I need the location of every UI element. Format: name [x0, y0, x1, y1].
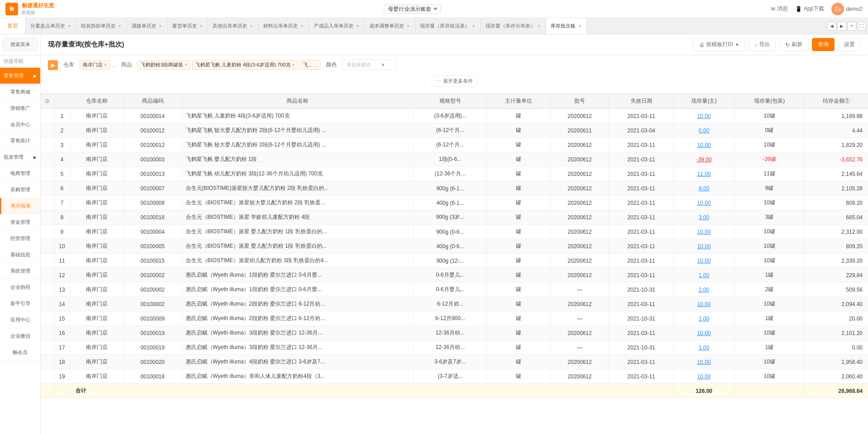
row-qty-main-cell[interactable]: 10.00	[674, 355, 734, 369]
row-settings-cell	[41, 283, 54, 297]
tab-3-close[interactable]: ×	[158, 24, 163, 28]
row-qty-main-cell[interactable]: 1.00	[674, 311, 734, 326]
tab-5-close[interactable]: ×	[249, 24, 254, 28]
sidebar-item-collab[interactable]: 企业协同	[0, 279, 40, 296]
expand-conditions-btn[interactable]: ⋯ 展开更多条件	[431, 75, 478, 87]
template-print-btn[interactable]: 🖨 按模板打印 ▼	[693, 38, 745, 51]
product-tag-1-close[interactable]: ×	[184, 62, 187, 67]
user-area[interactable]: Ea demo2	[831, 3, 863, 15]
row-unit-cell: 罐	[487, 196, 551, 210]
row-index-cell: 19	[54, 369, 70, 384]
product-tag-2-close[interactable]: ×	[292, 62, 295, 67]
tab-3[interactable]: 调拨单历史 ×	[127, 18, 168, 34]
row-qty-main-cell[interactable]: 10.00	[674, 369, 734, 384]
tab-4[interactable]: 要货单历史 ×	[168, 18, 208, 34]
sidebar-item-ecommerce[interactable]: 电商管理	[0, 165, 40, 182]
refresh-btn[interactable]: ↻ 刷新	[779, 38, 808, 51]
col-unit: 主计量单位	[487, 94, 551, 109]
row-qty-main-cell[interactable]: 10.00	[674, 254, 734, 268]
row-qty-main-cell[interactable]: 10.00	[674, 138, 734, 152]
tab-1-close[interactable]: ×	[67, 24, 71, 28]
row-name-cell: 飞鹤星飞帆 较大婴儿配方奶粉 2段(6-12个月婴幼儿适用) ...	[182, 123, 414, 138]
row-qty-main-cell[interactable]: 10.00	[674, 239, 734, 254]
row-qty-main-cell[interactable]: -39.00	[674, 152, 734, 167]
tab-close-all-btn[interactable]: ×	[847, 22, 856, 31]
row-qty-main-cell[interactable]: 1.00	[674, 340, 734, 355]
tab-10-close[interactable]: ×	[537, 24, 542, 28]
row-qty-main-cell[interactable]: 10.00	[674, 297, 734, 311]
row-qty-main-cell[interactable]: 10.00	[674, 225, 734, 239]
sidebar-item-retail-mall[interactable]: 零售商城	[0, 84, 40, 100]
sidebar-item-member2[interactable]: 畅会员	[0, 344, 40, 361]
tab-1[interactable]: 分量盘点单历史 ×	[26, 18, 76, 34]
sidebar-item-finance[interactable]: 资金管理	[0, 214, 40, 231]
table-row: 18 南岸门店 00100020 惠氏启赋（Wyeth illuma）4段奶粉 …	[41, 355, 868, 369]
tab-9-close[interactable]: ×	[472, 24, 476, 28]
sidebar-item-purchase[interactable]: 采购管理	[0, 182, 40, 198]
settings-icon[interactable]: ⚙	[45, 98, 50, 104]
message-btn[interactable]: ✉ 消息	[771, 5, 788, 13]
sidebar-item-wechat[interactable]: 企业微信	[0, 328, 40, 344]
warehouse-more[interactable]: ...	[112, 62, 116, 68]
tab-6-close[interactable]: ×	[300, 24, 304, 28]
row-unit-cell: 罐	[487, 239, 551, 254]
tab-9[interactable]: 现存量（库存状况表） ×	[415, 18, 481, 34]
col-qty-main: 现存量(主)	[674, 94, 734, 109]
color-select[interactable]: 请选择颜色 ▼	[342, 60, 396, 70]
settings-btn[interactable]: 设置	[838, 38, 861, 51]
tab-10[interactable]: 现存量（库存分布表） ×	[481, 18, 547, 34]
row-qty-main-cell[interactable]: 3.00	[674, 210, 734, 225]
row-settings-cell	[41, 210, 54, 225]
sidebar-item-wholesale[interactable]: 批发管理 ▶	[0, 149, 40, 165]
row-qty-main-cell[interactable]: 1.00	[674, 268, 734, 283]
sidebar-item-basics[interactable]: 基础信息	[0, 247, 40, 263]
tab-next-btn[interactable]: ▶	[837, 22, 846, 31]
tab-6[interactable]: 材料出库单历史 ×	[259, 18, 309, 34]
warehouse-tag-close[interactable]: ×	[104, 62, 107, 67]
app-download-btn[interactable]: 📱 App下载	[795, 5, 824, 13]
product-more[interactable]: ...	[313, 62, 317, 68]
export-btn[interactable]: ↓ 导出	[749, 38, 776, 51]
tab-home[interactable]: 首页	[0, 18, 26, 34]
sidebar-item-inventory[interactable]: 库存核算	[0, 198, 40, 214]
account-select[interactable]: 母婴行业演示账套	[384, 5, 441, 14]
tab-2[interactable]: 组装拆卸单历史 ×	[76, 18, 127, 34]
col-settings[interactable]: ⚙	[41, 94, 54, 109]
tab-2-close[interactable]: ×	[118, 24, 122, 28]
message-icon: ✉	[771, 6, 775, 12]
tab-8-close[interactable]: ×	[406, 24, 410, 28]
row-qty-main-cell[interactable]: 10.00	[674, 326, 734, 340]
search-menu-btn[interactable]: 搜索英单	[3, 38, 38, 51]
sidebar-item-retail-mgmt[interactable]: 零售管理 ▶	[0, 68, 40, 84]
filter-toggle-btn[interactable]: ▶	[48, 60, 58, 70]
row-warehouse-cell: 南岸门店	[70, 311, 123, 326]
query-btn[interactable]: 查询	[812, 38, 835, 51]
sidebar-item-appcenter[interactable]: 应用中心	[0, 312, 40, 328]
product-tag-2: 飞鹤星飞帆 儿童奶粉 4段(3-6岁适用) 700克 ×	[192, 60, 298, 70]
sidebar-item-system[interactable]: 系统管理	[0, 263, 40, 279]
tab-prev-btn[interactable]: ◀	[827, 22, 836, 31]
tab-11[interactable]: 库存批次账 ×	[546, 18, 587, 34]
sidebar-item-retail-stats[interactable]: 零售统计	[0, 133, 40, 149]
tab-5[interactable]: 其他出库单历史 ×	[208, 18, 259, 34]
tab-maximize-btn[interactable]: ⛶	[857, 22, 866, 31]
row-index-cell: 6	[54, 181, 70, 196]
tab-7-close[interactable]: ×	[355, 24, 360, 28]
sidebar-item-member[interactable]: 会员中心	[0, 117, 40, 133]
row-unit-cell: 罐	[487, 109, 551, 123]
row-qty-main-cell[interactable]: 10.00	[674, 109, 734, 123]
table-row: 6 南岸门店 00100007 合生元(BIOSTIME)派星较大婴儿配方奶粉 …	[41, 181, 868, 196]
sidebar-item-marketing[interactable]: 营销推广	[0, 100, 40, 117]
tab-4-close[interactable]: ×	[199, 24, 203, 28]
row-batch-cell: 20200612	[551, 297, 609, 311]
row-qty-main-cell[interactable]: 10.00	[674, 196, 734, 210]
row-qty-main-cell[interactable]: 2.00	[674, 283, 734, 297]
row-qty-main-cell[interactable]: 11.00	[674, 167, 734, 181]
sidebar-item-guide[interactable]: 新手引导	[0, 296, 40, 312]
tab-8[interactable]: 成本调整单历史 ×	[365, 18, 415, 34]
sidebar-item-operations[interactable]: 经营管理	[0, 231, 40, 247]
tab-7[interactable]: 产成品入库单历史 ×	[309, 18, 365, 34]
row-qty-main-cell[interactable]: 0.00	[674, 123, 734, 138]
tab-11-close[interactable]: ×	[577, 24, 582, 28]
row-qty-main-cell[interactable]: 9.00	[674, 181, 734, 196]
